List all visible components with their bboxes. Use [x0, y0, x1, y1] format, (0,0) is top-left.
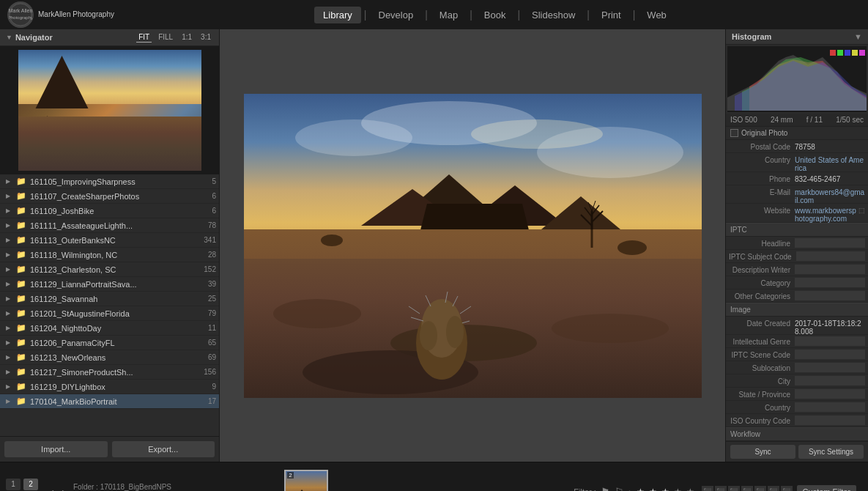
nav-library[interactable]: Library — [314, 7, 361, 23]
folder-name: 161105_ImprovingSharpness — [30, 177, 199, 186]
folder-icon: 📁 — [16, 323, 26, 333]
view-mode-7[interactable]: ⬛ — [781, 486, 793, 492]
star-4[interactable]: ★ — [674, 487, 682, 492]
category-row: Category — [726, 276, 868, 289]
svg-point-17 — [552, 314, 669, 343]
intellectual-genre-input[interactable] — [795, 336, 865, 346]
folder-count: 25 — [201, 295, 216, 303]
folder-item[interactable]: ▶ 📁 161109_JoshBike 6 — [0, 204, 219, 218]
star-5[interactable]: ★ — [686, 487, 694, 492]
sync-button[interactable]: Sync — [730, 445, 795, 459]
sublocation-input[interactable] — [795, 363, 865, 372]
star-2[interactable]: ★ — [649, 487, 657, 492]
state-province-input[interactable] — [795, 389, 865, 399]
folder-icon: 📁 — [16, 177, 26, 186]
folder-item[interactable]: ▶ 📁 161113_OuterBanksNC 341 — [0, 233, 219, 248]
folder-item[interactable]: ▶ 📁 161129_LiannaPortraitSava... 39 — [0, 277, 219, 292]
city-input[interactable] — [795, 376, 865, 385]
country-meta-input[interactable] — [795, 402, 865, 412]
headline-input[interactable] — [795, 238, 865, 248]
histogram-section: Histogram ▼ — [726, 29, 868, 114]
other-categories-row: Other Categories — [726, 289, 868, 303]
iptc-scene-input[interactable] — [795, 350, 865, 359]
folder-arrow: ▶ — [6, 281, 13, 287]
view-mode-3[interactable]: ⬛ — [728, 486, 740, 492]
view-mode-2[interactable]: ⬛ — [715, 486, 727, 492]
navigator-thumbnail[interactable] — [0, 46, 219, 174]
iptc-subject-row: IPTC Subject Code — [726, 250, 868, 263]
view-num-2[interactable]: 2 — [23, 479, 38, 490]
folder-icon: 📁 — [16, 265, 26, 274]
folder-item[interactable]: ▶ 📁 161123_Charleston, SC 152 — [0, 262, 219, 277]
original-photo-checkbox[interactable] — [730, 129, 738, 137]
country-meta-row: Country — [726, 401, 868, 414]
import-button[interactable]: Import... — [4, 441, 108, 457]
view-num-1[interactable]: 1 — [6, 479, 21, 490]
headline-row: Headline — [726, 237, 868, 250]
view-mode-4[interactable]: ⬛ — [741, 486, 753, 492]
folder-item[interactable]: ▶ 📁 161201_StAugustineFlorida 79 — [0, 306, 219, 321]
folder-item[interactable]: ▶ 📁 161217_SimoneProductSh... 156 — [0, 365, 219, 380]
nav-print[interactable]: Print — [593, 7, 630, 23]
export-button[interactable]: Export... — [112, 441, 215, 457]
filter-flag-clear[interactable]: ⚐ — [615, 486, 624, 492]
country-meta-label: Country — [729, 402, 795, 412]
folder-item[interactable]: ▶ 📁 161213_NewOrleans 69 — [0, 350, 219, 365]
nav-ctrl-fit[interactable]: FIT — [136, 32, 152, 43]
nav-slideshow[interactable]: Slideshow — [523, 7, 584, 23]
filter-flag-white[interactable]: ⚑ — [601, 486, 610, 492]
nav-ctrl-1to1[interactable]: 1:1 — [179, 32, 194, 43]
filter-label: Filter : — [574, 487, 596, 492]
sync-settings-button[interactable]: Sync Settings — [798, 445, 864, 459]
folder-item[interactable]: ▶ 📁 161206_PanamaCityFL 65 — [0, 336, 219, 350]
city-label: City — [729, 376, 795, 385]
view-mode-1[interactable]: ⬛ — [702, 486, 713, 492]
folder-item[interactable]: ▶ 📁 161204_NighttoDay 11 — [0, 321, 219, 336]
iptc-subject-input[interactable] — [796, 251, 865, 261]
nav-sep-6: | — [633, 9, 636, 21]
filmstrip-thumbnail[interactable]: 2 ⬛ ⬛ ⬛ — [284, 470, 328, 492]
star-3[interactable]: ★ — [661, 487, 669, 492]
folder-count: 69 — [201, 353, 216, 361]
folder-name: 161129_Savannah — [30, 295, 199, 303]
website-copy-icon[interactable]: ⬚ — [858, 207, 865, 214]
navigator-collapse-arrow[interactable]: ▼ — [6, 34, 12, 41]
histogram-arrow[interactable]: ▼ — [854, 32, 862, 41]
folder-icon: 📁 — [16, 250, 26, 259]
nav-web[interactable]: Web — [638, 7, 675, 23]
desc-writer-input[interactable] — [795, 265, 865, 274]
iso-country-label: ISO Country Code — [729, 416, 795, 425]
folder-item[interactable]: ▶ 📁 161118_Wilmington, NC 28 — [0, 248, 219, 262]
folder-name: 161107_CreateSharperPhotos — [30, 192, 199, 201]
folder-arrow: ▶ — [6, 237, 13, 243]
nav-book[interactable]: Book — [475, 7, 515, 23]
folder-item[interactable]: ▶ 📁 161219_DIYLightbox 9 — [0, 380, 219, 394]
folder-item[interactable]: ▶ 📁 161105_ImprovingSharpness 5 — [0, 174, 219, 189]
folder-item[interactable]: ▶ 📁 161129_Savannah 25 — [0, 292, 219, 306]
workflow-section-header: Workflow — [726, 427, 868, 441]
filmstrip-prev-button[interactable]: ◂ — [45, 484, 56, 492]
filmstrip-next-button[interactable]: ▸ — [59, 484, 70, 492]
other-categories-input[interactable] — [795, 291, 865, 300]
nav-sep-1: | — [364, 9, 367, 21]
nav-ctrl-fill[interactable]: FILL — [156, 32, 175, 43]
nav-develop[interactable]: Develop — [370, 7, 423, 23]
view-mode-5[interactable]: ⬛ — [754, 486, 766, 492]
folder-item[interactable]: ▶ 📁 170104_MarkBioPortrait 17 — [0, 394, 219, 409]
custom-filter-button[interactable]: Custom Filter — [797, 485, 856, 492]
folder-item[interactable]: ▶ 📁 161111_AssateagueLighth... 78 — [0, 218, 219, 233]
main-layout: ▼ Navigator FIT FILL 1:1 3:1 ▶ 📁 — [0, 29, 868, 462]
view-mode-6[interactable]: ⬛ — [768, 486, 779, 492]
email-row: E-Mail markbowers84@gmail.com — [726, 185, 868, 204]
nav-ctrl-3to1[interactable]: 3:1 — [199, 32, 213, 43]
sublocation-label: Sublocation — [729, 363, 795, 372]
intellectual-genre-row: Intellectual Genre — [726, 335, 868, 348]
category-input[interactable] — [795, 278, 865, 287]
star-1[interactable]: ★ — [637, 487, 645, 492]
iso-country-row: ISO Country Code — [726, 414, 868, 427]
iso-country-input[interactable] — [795, 416, 865, 425]
nav-map[interactable]: Map — [431, 7, 467, 23]
filmstrip: 1 2 ⊞ ≡ ◂ ▸ Folder : 170118_BigBendNPS 1… — [0, 462, 868, 491]
folder-item[interactable]: ▶ 📁 161107_CreateSharperPhotos 6 — [0, 189, 219, 204]
postal-code-row: Postal Code 78758 — [726, 140, 868, 153]
